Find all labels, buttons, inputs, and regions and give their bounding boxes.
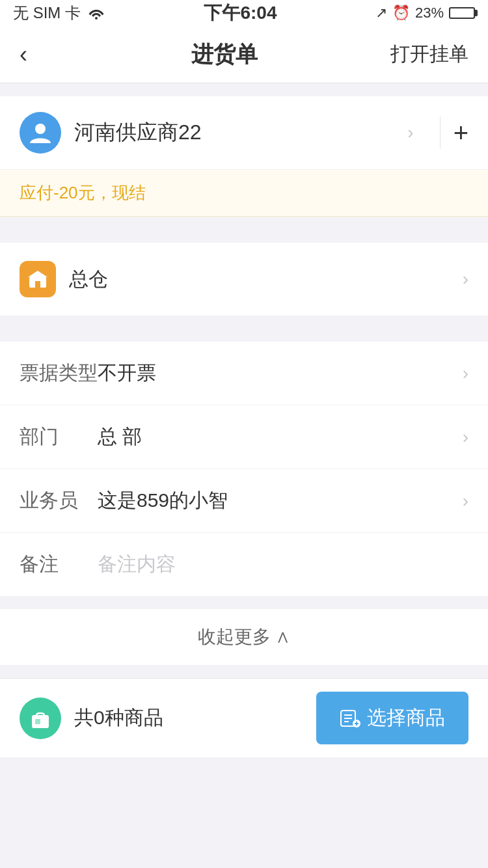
alarm-icon: ⏰ xyxy=(392,5,410,21)
supplier-section: 河南供应商22 › + 应付-20元，现结 xyxy=(0,96,488,217)
supplier-chevron-icon: › xyxy=(407,122,413,143)
page-title: 进货单 xyxy=(191,40,258,70)
back-button[interactable]: ‹ xyxy=(20,41,59,68)
warehouse-chevron-icon: › xyxy=(463,269,468,290)
svg-point-0 xyxy=(95,17,98,20)
section-gap-3 xyxy=(0,316,488,329)
supplier-row[interactable]: 河南供应商22 › + xyxy=(0,96,488,170)
remark-row[interactable]: 备注 备注内容 xyxy=(0,533,488,596)
salesperson-chevron-icon: › xyxy=(463,491,468,511)
warehouse-icon xyxy=(27,268,49,290)
shopping-bag-icon xyxy=(28,706,53,731)
warehouse-icon-container xyxy=(20,261,56,297)
section-gap-1 xyxy=(0,83,488,96)
invoice-type-chevron-icon: › xyxy=(463,363,468,384)
salesperson-row[interactable]: 业务员 这是859的小智 › xyxy=(0,469,488,533)
wifi-icon xyxy=(87,7,105,20)
add-button[interactable]: + xyxy=(454,118,468,148)
select-product-icon xyxy=(340,708,360,729)
status-indicators: ↗ ⏰ 23% xyxy=(375,5,475,21)
divider xyxy=(440,116,441,149)
status-carrier: 无 SIM 卡 xyxy=(13,3,105,23)
department-chevron-icon: › xyxy=(463,427,468,448)
open-pending-button[interactable]: 打开挂单 xyxy=(390,41,468,68)
supplier-name: 河南供应商22 xyxy=(74,118,407,147)
invoice-type-label: 票据类型 xyxy=(20,360,98,387)
status-bar: 无 SIM 卡 下午6:04 ↗ ⏰ 23% xyxy=(0,0,488,26)
svg-point-1 xyxy=(35,124,46,134)
select-product-label: 选择商品 xyxy=(367,705,445,731)
product-count: 共0种商品 xyxy=(74,705,316,731)
section-gap-2 xyxy=(0,217,488,230)
svg-rect-6 xyxy=(35,719,40,724)
department-label: 部门 xyxy=(20,424,98,450)
svg-rect-4 xyxy=(35,281,40,288)
notice-text: 应付-20元，现结 xyxy=(20,183,146,202)
select-product-button[interactable]: 选择商品 xyxy=(316,692,468,744)
location-icon: ↗ xyxy=(375,5,387,21)
supplier-avatar xyxy=(20,112,61,154)
warehouse-name: 总仓 xyxy=(69,266,456,293)
nav-bar: ‹ 进货单 打开挂单 xyxy=(0,26,488,83)
salesperson-value: 这是859的小智 xyxy=(98,487,456,514)
remark-label: 备注 xyxy=(20,551,98,578)
bottom-bar: 共0种商品 选择商品 xyxy=(0,678,488,757)
collapse-label: 收起更多 ∧ xyxy=(198,625,291,649)
warehouse-row[interactable]: 总仓 › xyxy=(0,243,488,316)
department-row[interactable]: 部门 总 部 › xyxy=(0,405,488,469)
department-value: 总 部 xyxy=(98,424,456,450)
product-icon-container xyxy=(20,698,61,739)
form-section: 票据类型 不开票 › 部门 总 部 › 业务员 这是859的小智 › 备注 备注… xyxy=(0,342,488,596)
notice-banner: 应付-20元，现结 xyxy=(0,170,488,217)
invoice-type-row[interactable]: 票据类型 不开票 › xyxy=(0,342,488,405)
person-icon xyxy=(27,120,53,146)
battery-icon xyxy=(449,7,475,19)
warehouse-section: 总仓 › xyxy=(0,243,488,316)
salesperson-label: 业务员 xyxy=(20,487,98,514)
status-time: 下午6:04 xyxy=(204,1,277,25)
remark-placeholder: 备注内容 xyxy=(98,551,468,578)
invoice-type-value: 不开票 xyxy=(98,360,456,387)
collapse-toggle[interactable]: 收起更多 ∧ xyxy=(0,609,488,665)
svg-marker-3 xyxy=(28,271,47,277)
